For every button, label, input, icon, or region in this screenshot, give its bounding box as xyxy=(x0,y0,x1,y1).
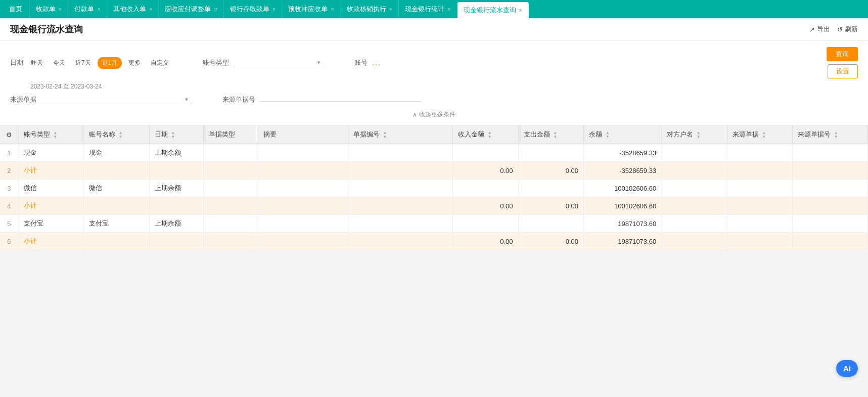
date-more-btn[interactable]: 更多 xyxy=(125,57,144,69)
col-doc-type: 单据类型 xyxy=(204,125,258,144)
collapse-bar[interactable]: ∧ 收起更多条件 xyxy=(10,108,858,120)
source-doc-no-input[interactable] xyxy=(259,98,421,102)
date-7days-btn[interactable]: 近7天 xyxy=(72,57,95,69)
table-cell xyxy=(727,144,793,162)
nav-tab-cash-stats[interactable]: 现金银行统计 × xyxy=(399,0,457,18)
table-cell xyxy=(204,162,258,180)
nav-tab-receipt-verify[interactable]: 收款核销执行 × xyxy=(341,0,399,18)
sort-icon[interactable]: ▲▼ xyxy=(834,131,838,139)
close-icon[interactable]: × xyxy=(331,6,334,12)
close-icon[interactable]: × xyxy=(59,6,62,12)
sort-icon[interactable]: ▲▼ xyxy=(383,131,387,139)
table-cell: 0.00 xyxy=(453,162,519,180)
date-custom-btn[interactable]: 自定义 xyxy=(147,57,172,69)
table-cell: 19871073.60 xyxy=(584,215,662,233)
table-cell xyxy=(84,197,150,215)
table-cell xyxy=(662,180,727,197)
table-cell xyxy=(518,144,584,162)
col-gear[interactable]: ⚙ xyxy=(0,125,18,144)
query-button[interactable]: 查询 xyxy=(827,47,858,61)
table-cell xyxy=(149,233,204,250)
date-today-btn[interactable]: 今天 xyxy=(50,57,69,69)
nav-tab-prepay-offset[interactable]: 预收冲应收单 × xyxy=(282,0,340,18)
table-cell: 6 xyxy=(0,233,18,250)
nav-tab-other-income[interactable]: 其他收入单 × xyxy=(107,0,159,18)
account-filter-group: 账号 ... xyxy=(354,58,381,67)
table-row[interactable]: 6小计0.000.0019871073.60 xyxy=(0,233,868,250)
table-cell xyxy=(662,162,727,180)
close-icon[interactable]: × xyxy=(447,6,450,12)
table-cell xyxy=(84,162,150,180)
date-1month-btn[interactable]: 近1月 xyxy=(98,57,122,69)
account-type-select[interactable]: ▼ xyxy=(233,58,324,67)
close-icon[interactable]: × xyxy=(389,6,392,12)
sort-icon[interactable]: ▲▼ xyxy=(762,131,766,139)
table-cell: 0.00 xyxy=(518,233,584,250)
table-row[interactable]: 4小计0.000.00100102606.60 xyxy=(0,197,868,215)
table-row[interactable]: 2小计0.000.00-3528659.33 xyxy=(0,162,868,180)
export-button[interactable]: ↗ 导出 xyxy=(809,25,830,34)
close-icon[interactable]: × xyxy=(149,6,152,12)
table-header-row: ⚙ 账号类型 ▲▼ 账号名称 ▲▼ 日期 ▲▼ 单据类型 摘 xyxy=(0,125,868,144)
table-cell: 0.00 xyxy=(518,197,584,215)
close-icon[interactable]: × xyxy=(97,6,100,12)
filter-row-2: 来源单据 ▼ 来源单据号 xyxy=(10,95,858,104)
refresh-icon: ↺ xyxy=(837,26,843,33)
close-icon[interactable]: × xyxy=(272,6,276,12)
table-cell: 0.00 xyxy=(453,197,519,215)
table-cell xyxy=(793,215,868,233)
date-yesterday-btn[interactable]: 昨天 xyxy=(27,57,47,69)
table-cell xyxy=(662,215,727,233)
header-actions: ↗ 导出 ↺ 刷新 xyxy=(809,25,858,34)
sort-icon[interactable]: ▲▼ xyxy=(488,131,492,139)
table-cell xyxy=(518,215,584,233)
gear-icon[interactable]: ⚙ xyxy=(6,131,12,139)
sort-icon[interactable]: ▲▼ xyxy=(171,131,175,139)
sort-icon[interactable]: ▲▼ xyxy=(553,131,557,139)
collapse-icon: ∧ xyxy=(413,111,417,118)
sort-icon[interactable]: ▲▼ xyxy=(53,131,57,139)
table-cell: 0.00 xyxy=(453,233,519,250)
table-cell xyxy=(204,144,258,162)
table-cell: 微信 xyxy=(84,180,150,197)
table-cell: 支付宝 xyxy=(18,215,84,233)
table-row[interactable]: 1现金现金上期余额-3528659.33 xyxy=(0,144,868,162)
export-icon: ↗ xyxy=(809,26,815,33)
table-cell xyxy=(84,233,150,250)
table-cell xyxy=(793,197,868,215)
table-cell: 19871073.60 xyxy=(584,233,662,250)
table-cell xyxy=(662,197,727,215)
nav-tab-cash-flow-query[interactable]: 现金银行流水查询 × xyxy=(458,2,529,18)
nav-tab-ar-ap-adjust[interactable]: 应收应付调整单 × xyxy=(159,0,223,18)
source-doc-select[interactable]: ▼ xyxy=(40,95,192,104)
table-cell: 上期余额 xyxy=(149,144,204,162)
table-cell xyxy=(727,180,793,197)
close-icon[interactable]: × xyxy=(519,7,522,13)
table-cell xyxy=(149,197,204,215)
table-cell: 微信 xyxy=(18,180,84,197)
refresh-button[interactable]: ↺ 刷新 xyxy=(837,25,858,34)
account-type-label: 账号类型 xyxy=(203,58,229,67)
setting-button[interactable]: 设置 xyxy=(828,64,858,78)
table-row[interactable]: 3微信微信上期余额100102606.60 xyxy=(0,180,868,197)
table-cell xyxy=(204,180,258,197)
table-cell xyxy=(258,144,348,162)
table-cell xyxy=(453,144,519,162)
table-cell: 现金 xyxy=(84,144,150,162)
col-date: 日期 ▲▼ xyxy=(149,125,204,144)
chevron-down-icon: ▼ xyxy=(184,97,189,102)
sort-icon[interactable]: ▲▼ xyxy=(606,131,610,139)
close-icon[interactable]: × xyxy=(214,6,217,12)
nav-tab-bank-deposit[interactable]: 银行存取款单 × xyxy=(224,0,282,18)
table-row[interactable]: 5支付宝支付宝上期余额19871073.60 xyxy=(0,215,868,233)
nav-home[interactable]: 首页 xyxy=(2,0,30,18)
nav-tab-payment[interactable]: 付款单 × xyxy=(68,0,107,18)
table-cell: -3528659.33 xyxy=(584,162,662,180)
table-cell xyxy=(793,162,868,180)
account-dots-button[interactable]: ... xyxy=(372,58,381,67)
account-type-filter-group: 账号类型 ▼ xyxy=(203,58,324,67)
nav-tab-receipt[interactable]: 收款单 × xyxy=(30,0,68,18)
sort-icon[interactable]: ▲▼ xyxy=(119,131,123,139)
table-cell: 100102606.60 xyxy=(584,180,662,197)
sort-icon[interactable]: ▲▼ xyxy=(697,131,701,139)
